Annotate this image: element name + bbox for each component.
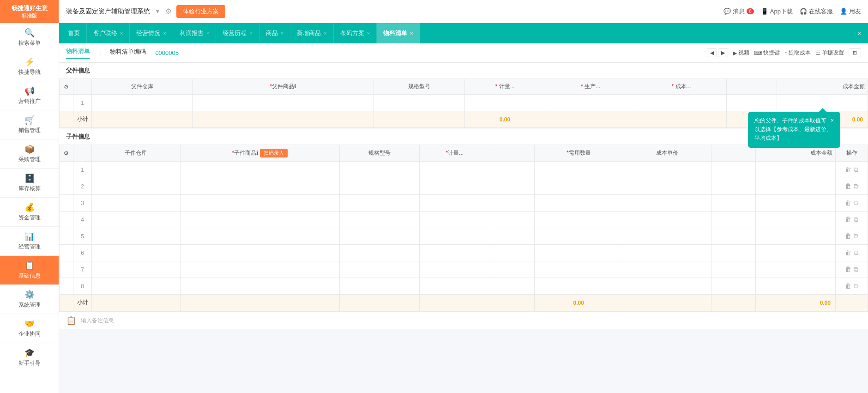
child-row2-copy-icon[interactable]: ⧉ [854, 182, 858, 190]
parent-row1-spec[interactable] [374, 95, 464, 111]
tab-history-close[interactable]: × [249, 30, 252, 36]
child-row5-product[interactable] [180, 228, 339, 245]
tab-history[interactable]: 经营历程 × [216, 23, 259, 43]
child-row7-unitcost[interactable] [623, 261, 711, 278]
service-btn[interactable]: 🎧 在线客服 [800, 7, 833, 16]
tab-profit[interactable]: 利润报告 × [173, 23, 216, 43]
child-row7-warehouse[interactable] [92, 261, 181, 278]
child-row2-qty[interactable] [534, 178, 623, 195]
child-row8-copy-icon[interactable]: ⧉ [854, 282, 858, 290]
sidebar-item-sales[interactable]: 🛒 销售管理 [0, 110, 59, 139]
close-all-tabs[interactable]: × [853, 30, 866, 37]
child-row1-unit[interactable] [419, 162, 490, 178]
sidebar-item-finance[interactable]: 💰 资金管理 [0, 198, 59, 227]
sidebar-item-search[interactable]: 🔍 搜索菜单 [0, 23, 59, 52]
tab-customer-close[interactable]: × [120, 30, 123, 36]
sidebar-item-quicknav[interactable]: ⚡ 快捷导航 [0, 52, 59, 81]
child-row2-unit[interactable] [419, 178, 490, 195]
child-row1-copy-icon[interactable]: ⧉ [854, 166, 858, 174]
child-row4-copy-icon[interactable]: ⧉ [854, 216, 858, 224]
child-row1-product[interactable] [180, 162, 339, 178]
child-row7-copy-icon[interactable]: ⧉ [854, 266, 858, 273]
child-row5-warehouse[interactable] [92, 228, 181, 245]
child-row5-copy-icon[interactable]: ⧉ [854, 232, 858, 240]
parent-row1-warehouse[interactable] [92, 95, 193, 111]
parent-row1-unit[interactable] [464, 95, 545, 111]
child-row7-qty[interactable] [534, 261, 623, 278]
child-row3-warehouse[interactable] [92, 195, 181, 212]
child-row4-product[interactable] [180, 212, 339, 228]
app-download-btn[interactable]: 📱 App下载 [761, 7, 793, 16]
child-row3-delete-icon[interactable]: 🗑 [845, 199, 851, 207]
child-row1-delete-icon[interactable]: 🗑 [845, 166, 851, 174]
sidebar-item-enterprise[interactable]: 🤝 企业协同 [0, 314, 59, 343]
child-row5-qty[interactable] [534, 228, 623, 245]
single-settings-btn[interactable]: ☰ 单据设置 [815, 49, 844, 57]
settings-icon[interactable]: ⚙ [165, 7, 172, 16]
child-row4-delete-icon[interactable]: 🗑 [845, 216, 851, 224]
child-row4-unit[interactable] [419, 212, 490, 228]
child-row6-unit[interactable] [419, 245, 490, 261]
tab-product-close[interactable]: × [281, 30, 283, 36]
child-row1-unitcost[interactable] [623, 162, 711, 178]
child-row4-warehouse[interactable] [92, 212, 181, 228]
child-row6-warehouse[interactable] [92, 245, 181, 261]
child-row8-delete-icon[interactable]: 🗑 [845, 282, 851, 290]
view-btn[interactable]: ▶ 视频 [733, 49, 749, 57]
tab-new-product-close[interactable]: × [324, 30, 326, 36]
tab-home[interactable]: 首页 [61, 23, 87, 43]
tab-product[interactable]: 商品 × [259, 23, 290, 43]
sidebar-item-operations[interactable]: 📊 经营管理 [0, 227, 59, 256]
child-row2-warehouse[interactable] [92, 178, 181, 195]
sidebar-item-inventory[interactable]: 🗄️ 库存核算 [0, 169, 59, 198]
child-row8-unitcost[interactable] [623, 278, 711, 295]
child-row6-delete-icon[interactable]: 🗑 [845, 249, 851, 257]
child-row8-spec[interactable] [339, 278, 419, 295]
child-row6-copy-icon[interactable]: ⧉ [854, 249, 858, 257]
child-row1-warehouse[interactable] [92, 162, 181, 178]
child-row5-spec[interactable] [339, 228, 419, 245]
parent-row1-prod[interactable] [545, 95, 636, 111]
child-row6-unitcost[interactable] [623, 245, 711, 261]
child-row2-unitcost[interactable] [623, 178, 711, 195]
child-row5-delete-icon[interactable]: 🗑 [845, 232, 851, 240]
user-btn[interactable]: 👤 用友 [840, 7, 861, 16]
child-row7-product[interactable] [180, 261, 339, 278]
sidebar-item-basic[interactable]: 📋 基础信息 [0, 256, 59, 285]
parent-row1-cost[interactable] [636, 95, 726, 111]
sidebar-item-guide[interactable]: 🎓 新手引导 [0, 343, 59, 372]
dropdown-icon[interactable]: ▼ [155, 8, 161, 15]
expand-btn[interactable]: ⊞ [849, 48, 861, 57]
shortcuts-btn[interactable]: ⌨ 快捷键 [754, 49, 780, 57]
child-row7-delete-icon[interactable]: 🗑 [845, 266, 851, 273]
scan-input-btn[interactable]: 扫码录入 [260, 149, 288, 157]
sub-tab-bom[interactable]: 物料清单 [66, 47, 90, 59]
child-row2-product[interactable] [180, 178, 339, 195]
tab-profit-close[interactable]: × [206, 30, 209, 36]
tab-operations[interactable]: 经营情况 × [130, 23, 173, 43]
tab-bom-close[interactable]: × [410, 30, 413, 36]
try-button[interactable]: 体验行业方案 [176, 5, 225, 18]
tab-barcode[interactable]: 条码方案 × [334, 23, 377, 43]
child-row4-unitcost[interactable] [623, 212, 711, 228]
nav-next[interactable]: ▶ [718, 48, 728, 57]
child-row3-copy-icon[interactable]: ⧉ [854, 199, 858, 207]
child-row4-qty[interactable] [534, 212, 623, 228]
child-row5-unitcost[interactable] [623, 228, 711, 245]
child-row8-warehouse[interactable] [92, 278, 181, 295]
child-row1-spec[interactable] [339, 162, 419, 178]
child-row3-spec[interactable] [339, 195, 419, 212]
tab-customer[interactable]: 客户联络 × [87, 23, 130, 43]
tab-barcode-close[interactable]: × [367, 30, 370, 36]
nav-prev[interactable]: ◀ [707, 48, 717, 57]
child-gear-icon[interactable]: ⚙ [64, 150, 69, 157]
sidebar-item-purchase[interactable]: 📦 采购管理 [0, 139, 59, 169]
child-row8-qty[interactable] [534, 278, 623, 295]
child-row4-spec[interactable] [339, 212, 419, 228]
child-row2-spec[interactable] [339, 178, 419, 195]
child-row2-delete-icon[interactable]: 🗑 [845, 182, 851, 190]
sidebar-item-system[interactable]: ⚙️ 系统管理 [0, 285, 59, 314]
child-row3-unit[interactable] [419, 195, 490, 212]
child-row8-unit[interactable] [419, 278, 490, 295]
extract-cost-btn[interactable]: ↑ 提取成本 [784, 49, 811, 57]
